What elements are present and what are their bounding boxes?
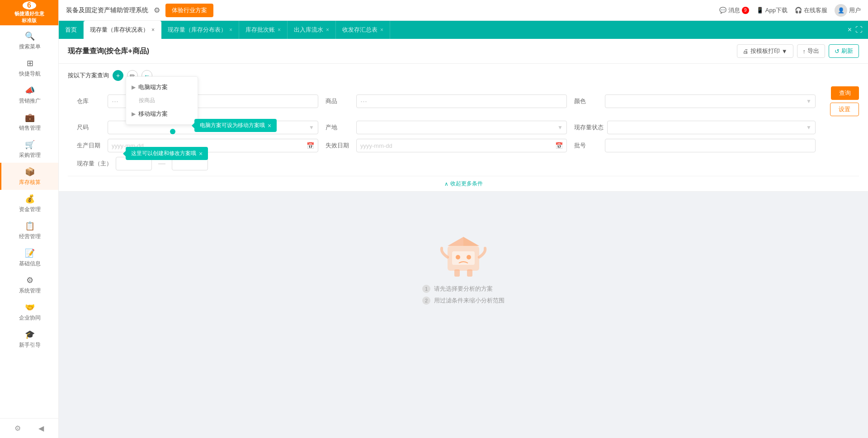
tab-batch-ledger-close[interactable]: × xyxy=(278,27,281,33)
tab-fullscreen-icon[interactable]: ⛶ xyxy=(855,26,863,34)
stock-main-max-text[interactable] xyxy=(176,160,204,167)
stock-main-min-text[interactable] xyxy=(120,160,148,167)
collapse-bar[interactable]: ∧ 收起更多条件 xyxy=(68,176,859,191)
tooltip-scheme: 电脑方案可设为移动方案哦 × xyxy=(194,119,277,132)
tab-receive-send-label: 收发存汇总表 xyxy=(342,26,377,34)
empty-svg xyxy=(436,228,491,278)
topbar-gear-btn[interactable]: ⚙ xyxy=(154,6,160,14)
batch-no-input[interactable] xyxy=(605,139,816,152)
tooltip-scheme-close[interactable]: × xyxy=(268,122,271,129)
template-print-btn[interactable]: 🖨 按模板打印 ▼ xyxy=(737,44,793,58)
sidebar-item-marketing[interactable]: 📣 营销推广 xyxy=(0,81,58,108)
stock-status-dropdown-arrow: ▼ xyxy=(806,124,811,131)
tab-home-label: 首页 xyxy=(65,26,77,34)
search-btn[interactable]: 查询 xyxy=(831,86,859,100)
tab-in-out-flow[interactable]: 出入库流水 × xyxy=(288,21,336,39)
sidebar-item-basic[interactable]: 📝 基础信息 xyxy=(0,244,58,271)
sidebar-item-newbie[interactable]: 🎓 新手引导 xyxy=(0,325,58,353)
range-connector: — xyxy=(158,160,165,168)
service-icon: 🎧 xyxy=(795,7,802,14)
logo-text: 畅捷通好生意 xyxy=(14,10,44,17)
tab-receive-send-close[interactable]: × xyxy=(380,27,383,33)
chevron-right-icon: ▶ xyxy=(132,84,136,90)
topbar: 装备及固定资产辅助管理系统 ⚙ 体验行业方案 💬 消息 9 📱 App下载 🎧 … xyxy=(59,0,868,21)
scheme-desktop-item[interactable]: 按商品 xyxy=(126,94,198,107)
app-icon: 📱 xyxy=(756,7,764,14)
tab-inventory-status-close[interactable]: × xyxy=(151,27,155,33)
page-title: 现存量查询(按仓库+商品) xyxy=(68,47,149,56)
sidebar-item-purchase[interactable]: 🛒 采购管理 xyxy=(0,136,58,163)
sidebar-item-search[interactable]: 🔍 搜索菜单 xyxy=(0,27,58,54)
scheme-item-label: 按商品 xyxy=(139,97,155,104)
app-download-label: App下载 xyxy=(765,6,788,14)
stock-main-label: 现存量（主） xyxy=(77,160,112,168)
sidebar-label-search: 搜索菜单 xyxy=(19,43,41,51)
sidebar-item-enterprise[interactable]: 🤝 企业协同 xyxy=(0,298,58,325)
origin-input[interactable]: ▼ xyxy=(356,121,567,134)
add-scheme-btn[interactable]: + xyxy=(113,70,123,81)
tooltip-scheme-text: 电脑方案可设为移动方案哦 xyxy=(200,122,265,129)
sidebar-item-finance[interactable]: 💰 资金管理 xyxy=(0,190,58,217)
settings-btn[interactable]: ⚙ xyxy=(14,424,21,433)
tab-batch-ledger[interactable]: 库存批次账 × xyxy=(239,21,288,39)
message-badge: 9 xyxy=(742,7,749,14)
collapse-sidebar-btn[interactable]: ◀ xyxy=(38,424,44,433)
system-name: 装备及固定资产辅助管理系统 xyxy=(66,6,148,14)
marketing-icon: 📣 xyxy=(25,85,35,95)
batch-no-text-input[interactable] xyxy=(609,142,811,149)
product-input[interactable]: ··· xyxy=(356,94,567,108)
export-btn[interactable]: ↑ 导出 xyxy=(797,44,826,58)
scheme-desktop[interactable]: ▶ 电脑端方案 xyxy=(126,80,198,94)
app-download-btn[interactable]: 📱 App下载 xyxy=(756,6,788,14)
filter-label: 按以下方案查询 xyxy=(68,71,109,80)
sidebar-bottom: ⚙ ◀ xyxy=(0,418,58,438)
sidebar-item-inventory[interactable]: 📦 库存核算 xyxy=(0,163,58,190)
sidebar: 6 畅捷通好生意 标准版 🔍 搜索菜单 ⊞ 快捷导航 📣 营销推广 💼 销售管理… xyxy=(0,0,59,438)
topbar-right: 💬 消息 9 📱 App下载 🎧 在线客服 👤 用户 xyxy=(719,4,861,17)
sidebar-label-basic: 基础信息 xyxy=(19,260,41,268)
sidebar-label-enterprise: 企业协同 xyxy=(19,314,41,322)
tooltip-edit-text: 这里可以创建和修改方案哦 xyxy=(131,150,196,157)
sidebar-label-system: 系统管理 xyxy=(19,287,41,295)
stock-status-input[interactable]: ▼ xyxy=(607,121,816,134)
refresh-btn[interactable]: ↺ 刷新 xyxy=(829,44,859,58)
expire-date-input[interactable]: yyyy-mm-dd 📅 xyxy=(356,139,567,152)
tab-home[interactable]: 首页 xyxy=(59,21,84,39)
search-icon: 🔍 xyxy=(25,31,35,41)
scheme-mobile[interactable]: ▶ 移动端方案 xyxy=(126,107,198,121)
system-icon: ⚙ xyxy=(26,275,33,285)
svg-rect-6 xyxy=(454,269,460,277)
tab-inventory-dist-close[interactable]: × xyxy=(229,27,232,33)
user-btn[interactable]: 👤 用户 xyxy=(835,4,861,17)
sidebar-item-operations[interactable]: 📋 经营管理 xyxy=(0,217,58,244)
svg-rect-3 xyxy=(452,251,475,265)
set-btn[interactable]: 设置 xyxy=(830,103,859,116)
tab-inventory-dist[interactable]: 现存量（库存分布表） × xyxy=(161,21,239,39)
sidebar-label-guide: 快捷导航 xyxy=(19,70,41,78)
tab-receive-send[interactable]: 收发存汇总表 × xyxy=(336,21,390,39)
sidebar-item-sales[interactable]: 💼 销售管理 xyxy=(0,108,58,136)
sidebar-item-guide[interactable]: ⊞ 快捷导航 xyxy=(0,54,58,81)
sidebar-nav: 🔍 搜索菜单 ⊞ 快捷导航 📣 营销推广 💼 销售管理 🛒 采购管理 📦 库存核… xyxy=(0,25,58,418)
filter-expire-date: 失效日期 yyyy-mm-dd 📅 xyxy=(326,139,567,152)
industry-btn[interactable]: 体验行业方案 xyxy=(165,4,213,17)
message-btn[interactable]: 💬 消息 9 xyxy=(719,6,749,14)
online-service-btn[interactable]: 🎧 在线客服 xyxy=(795,6,827,14)
tabbar: 首页 现存量（库存状况表） × 现存量（库存分布表） × 库存批次账 × 出入库… xyxy=(59,21,868,39)
sidebar-item-system[interactable]: ⚙ 系统管理 xyxy=(0,271,58,298)
operations-icon: 📋 xyxy=(25,221,35,231)
color-input[interactable]: ▼ xyxy=(605,94,816,108)
tab-in-out-flow-label: 出入库流水 xyxy=(294,26,323,34)
tab-inventory-status[interactable]: 现存量（库存状况表） × xyxy=(84,21,161,39)
tooltip-edit-close[interactable]: × xyxy=(199,150,203,157)
filter-area: 按以下方案查询 + ✏ ← ▶ 电脑端方案 按商品 ▶ 移动端方案 xyxy=(59,64,868,192)
tab-close-all-icon[interactable]: × xyxy=(848,26,852,34)
refresh-label: 刷新 xyxy=(841,47,853,55)
sidebar-label-inventory: 库存核算 xyxy=(19,179,41,186)
export-label: 导出 xyxy=(807,47,819,55)
tab-in-out-flow-close[interactable]: × xyxy=(326,27,329,33)
collapse-label: 收起更多条件 xyxy=(450,180,483,188)
filter-batch-no: 批号 xyxy=(574,139,816,152)
main-content: 现存量查询(按仓库+商品) 🖨 按模板打印 ▼ ↑ 导出 ↺ 刷新 xyxy=(59,39,868,438)
sidebar-label-sales: 销售管理 xyxy=(19,124,41,132)
